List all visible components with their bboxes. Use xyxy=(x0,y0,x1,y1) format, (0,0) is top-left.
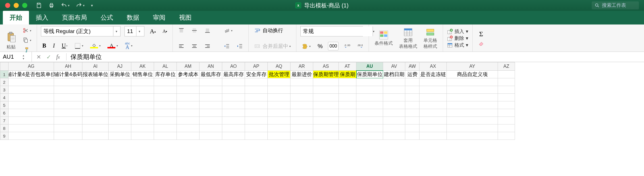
cell[interactable] xyxy=(9,117,54,124)
cell[interactable] xyxy=(356,86,383,94)
cell[interactable] xyxy=(9,86,54,94)
cell[interactable] xyxy=(383,86,405,94)
decrease-indent-button[interactable] xyxy=(222,42,231,50)
cell[interactable] xyxy=(154,94,177,101)
column-header[interactable]: AJ xyxy=(109,62,131,71)
autosum-button[interactable]: Σ xyxy=(477,29,486,39)
undo-button[interactable]: ▾ xyxy=(61,2,70,9)
cell[interactable] xyxy=(9,101,54,109)
cell[interactable]: 保质期管理 xyxy=(313,71,339,78)
cell[interactable] xyxy=(498,101,515,109)
accounting-format-button[interactable]: ▾ xyxy=(300,42,312,50)
cell[interactable] xyxy=(177,117,200,124)
cell[interactable] xyxy=(447,132,498,140)
column-header[interactable]: AR xyxy=(290,62,313,71)
cell[interactable] xyxy=(222,117,245,124)
align-bottom-button[interactable] xyxy=(203,26,212,35)
cell[interactable] xyxy=(54,124,82,132)
cell[interactable] xyxy=(268,124,290,132)
cell[interactable] xyxy=(447,78,498,86)
cell[interactable] xyxy=(54,94,82,101)
cell[interactable] xyxy=(383,132,405,140)
cell[interactable] xyxy=(498,94,515,101)
cell[interactable] xyxy=(339,78,356,86)
cell[interactable] xyxy=(131,124,154,132)
cell[interactable] xyxy=(82,101,109,109)
cell[interactable] xyxy=(268,109,290,117)
fill-color-button[interactable]: ▾ xyxy=(89,42,102,50)
align-right-button[interactable] xyxy=(203,42,212,50)
cell[interactable] xyxy=(54,101,82,109)
cell[interactable] xyxy=(245,109,268,117)
close-window-button[interactable] xyxy=(5,3,10,8)
increase-indent-button[interactable] xyxy=(235,42,244,50)
format-as-table-button[interactable]: 套用 表格格式 xyxy=(397,27,419,50)
cell[interactable] xyxy=(177,124,200,132)
column-header[interactable]: AL xyxy=(154,62,177,71)
cell[interactable] xyxy=(447,94,498,101)
cell[interactable] xyxy=(177,109,200,117)
cell[interactable] xyxy=(447,117,498,124)
cell[interactable] xyxy=(356,78,383,86)
cell[interactable] xyxy=(447,109,498,117)
cell[interactable] xyxy=(109,86,131,94)
cell[interactable]: 报表辅单位 xyxy=(82,71,109,78)
row-header[interactable]: 9 xyxy=(0,132,9,140)
cell[interactable]: 安全库存 xyxy=(245,71,268,78)
cell[interactable] xyxy=(109,94,131,101)
cell[interactable] xyxy=(383,78,405,86)
number-format-input[interactable] xyxy=(301,26,373,36)
cell[interactable] xyxy=(222,94,245,101)
cell[interactable] xyxy=(131,78,154,86)
cell[interactable] xyxy=(405,109,419,117)
cell[interactable] xyxy=(498,71,515,78)
cell[interactable] xyxy=(383,124,405,132)
formula-input[interactable] xyxy=(68,53,644,61)
fx-button[interactable]: fx xyxy=(56,54,60,60)
cell[interactable] xyxy=(313,132,339,140)
cell[interactable] xyxy=(222,132,245,140)
tab-视图[interactable]: 视图 xyxy=(172,11,198,24)
cell[interactable] xyxy=(419,78,447,86)
cell[interactable] xyxy=(245,86,268,94)
cell[interactable] xyxy=(339,132,356,140)
cell[interactable] xyxy=(313,117,339,124)
cell[interactable] xyxy=(268,86,290,94)
cell[interactable] xyxy=(154,132,177,140)
cell[interactable]: 最新进价 xyxy=(290,71,313,78)
row-header[interactable]: 4 xyxy=(0,94,9,101)
cell[interactable] xyxy=(356,101,383,109)
cell[interactable] xyxy=(177,132,200,140)
font-size-combo[interactable]: ▾ xyxy=(124,26,144,36)
cell[interactable] xyxy=(339,117,356,124)
cell[interactable] xyxy=(154,124,177,132)
namebox-spinner[interactable]: ▴▾ xyxy=(23,54,24,60)
cell[interactable] xyxy=(339,101,356,109)
tab-公式[interactable]: 公式 xyxy=(94,11,120,24)
cell[interactable]: 建档日期 xyxy=(383,71,405,78)
delete-cells-button[interactable]: 删除▾ xyxy=(447,35,468,42)
cell[interactable]: 保质期单位 xyxy=(356,71,383,78)
column-header[interactable]: AG xyxy=(9,62,54,71)
cell[interactable] xyxy=(131,109,154,117)
comma-style-button[interactable]: 000 xyxy=(328,42,338,50)
cell[interactable] xyxy=(154,101,177,109)
cell[interactable] xyxy=(54,132,82,140)
column-header[interactable]: AQ xyxy=(268,62,290,71)
tab-开始[interactable]: 开始 xyxy=(3,11,29,24)
cell[interactable] xyxy=(200,117,222,124)
cell[interactable] xyxy=(419,117,447,124)
cell[interactable] xyxy=(109,132,131,140)
cell[interactable] xyxy=(109,109,131,117)
cell[interactable]: 最低库存 xyxy=(200,71,222,78)
decrease-decimal-button[interactable]: .00.0 xyxy=(356,42,365,50)
cell[interactable] xyxy=(419,94,447,101)
cell[interactable] xyxy=(177,94,200,101)
sheet-search-input[interactable] xyxy=(602,3,636,8)
cell[interactable] xyxy=(109,101,131,109)
cell[interactable] xyxy=(383,109,405,117)
cell[interactable] xyxy=(356,132,383,140)
name-box-input[interactable] xyxy=(0,54,23,60)
cell[interactable] xyxy=(200,132,222,140)
cell[interactable] xyxy=(419,109,447,117)
